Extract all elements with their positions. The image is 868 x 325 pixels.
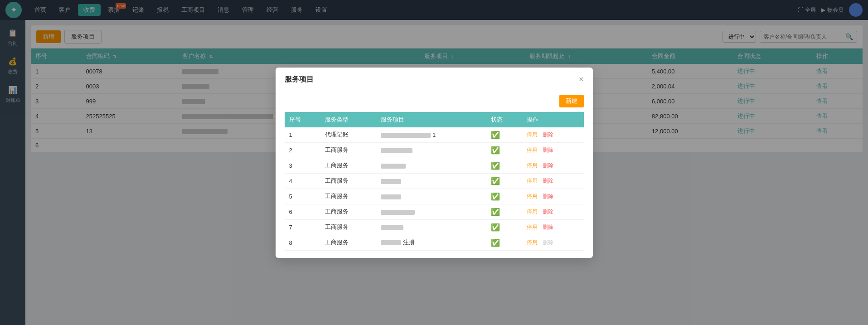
modal-cell-action: 停用 删除 xyxy=(522,235,584,250)
modal-table-row: 5 工商服务 ✅ 停用 删除 xyxy=(285,189,584,204)
modal-col-action: 操作 xyxy=(522,112,584,127)
modal-cell-type: 工商服务 xyxy=(320,189,377,204)
modal-cell-status: ✅ xyxy=(486,127,522,143)
modal-cell-type: 工商服务 xyxy=(320,204,377,219)
modal-overlay[interactable]: 服务项目 × 新建 序号 服务类型 服务项目 状态 操作 xyxy=(0,0,868,325)
modal-header: 服务项目 × xyxy=(276,68,593,90)
modal-cell-type: 工商服务 xyxy=(320,219,377,235)
delete-button[interactable]: 删除 xyxy=(543,223,553,231)
modal-cell-seq: 2 xyxy=(285,142,320,158)
modal-table-row: 2 工商服务 ✅ 停用 删除 xyxy=(285,142,584,158)
modal-cell-item xyxy=(376,204,486,219)
modal-table-row: 4 工商服务 ✅ 停用 删除 xyxy=(285,173,584,189)
modal-cell-seq: 5 xyxy=(285,189,320,204)
modal-new-button[interactable]: 新建 xyxy=(559,95,584,107)
modal-cell-action: 停用 删除 xyxy=(522,142,584,158)
modal-cell-seq: 8 xyxy=(285,235,320,250)
modal-table-row: 1 代理记账 1 ✅ 停用 删除 xyxy=(285,127,584,143)
modal-cell-action: 停用 删除 xyxy=(522,158,584,173)
status-check-icon: ✅ xyxy=(491,239,500,247)
modal-table-body: 1 代理记账 1 ✅ 停用 删除 2 工商服务 xyxy=(285,127,584,251)
modal-cell-item xyxy=(376,189,486,204)
modal-cell-status: ✅ xyxy=(486,142,522,158)
delete-button[interactable]: 删除 xyxy=(543,146,553,154)
modal-cell-seq: 3 xyxy=(285,158,320,173)
modal-cell-status: ✅ xyxy=(486,219,522,235)
modal-cell-action: 停用 删除 xyxy=(522,173,584,189)
stop-button[interactable]: 停用 xyxy=(527,146,538,154)
modal-cell-status: ✅ xyxy=(486,173,522,189)
service-items-modal: 服务项目 × 新建 序号 服务类型 服务项目 状态 操作 xyxy=(276,68,593,258)
delete-button[interactable]: 删除 xyxy=(543,193,553,200)
status-check-icon: ✅ xyxy=(491,208,500,216)
stop-button[interactable]: 停用 xyxy=(527,239,538,247)
modal-cell-action: 停用 删除 xyxy=(522,204,584,219)
stop-button[interactable]: 停用 xyxy=(527,193,538,200)
status-check-icon: ✅ xyxy=(491,177,500,185)
modal-cell-seq: 6 xyxy=(285,204,320,219)
status-check-icon: ✅ xyxy=(491,223,500,231)
modal-cell-item: 注册 xyxy=(376,235,486,250)
modal-cell-action: 停用 删除 xyxy=(522,219,584,235)
status-check-icon: ✅ xyxy=(491,162,500,170)
modal-col-type: 服务类型 xyxy=(320,112,377,127)
modal-cell-item: 1 xyxy=(376,127,486,143)
modal-table-row: 6 工商服务 ✅ 停用 删除 xyxy=(285,204,584,219)
stop-button[interactable]: 停用 xyxy=(527,162,538,170)
modal-cell-action: 停用 删除 xyxy=(522,127,584,143)
modal-cell-status: ✅ xyxy=(486,158,522,173)
modal-table-header: 序号 服务类型 服务项目 状态 操作 xyxy=(285,112,584,127)
modal-body: 序号 服务类型 服务项目 状态 操作 1 代理记账 1 ✅ 停用 xyxy=(276,112,593,258)
modal-cell-action: 停用 删除 xyxy=(522,189,584,204)
delete-button[interactable]: 删除 xyxy=(543,131,553,139)
delete-button[interactable]: 删除 xyxy=(543,177,553,185)
modal-cell-type: 代理记账 xyxy=(320,127,377,143)
modal-cell-type: 工商服务 xyxy=(320,142,377,158)
stop-button[interactable]: 停用 xyxy=(527,177,538,185)
modal-table-row: 3 工商服务 ✅ 停用 删除 xyxy=(285,158,584,173)
status-check-icon: ✅ xyxy=(491,193,500,200)
stop-button[interactable]: 停用 xyxy=(527,131,538,139)
modal-table-row: 8 工商服务 注册 ✅ 停用 删除 xyxy=(285,235,584,250)
status-check-icon: ✅ xyxy=(491,146,500,154)
modal-toolbar: 新建 xyxy=(276,90,593,112)
modal-cell-type: 工商服务 xyxy=(320,235,377,250)
status-check-icon: ✅ xyxy=(491,131,500,139)
modal-cell-item xyxy=(376,173,486,189)
stop-button[interactable]: 停用 xyxy=(527,208,538,216)
delete-button[interactable]: 删除 xyxy=(543,239,553,247)
modal-cell-item xyxy=(376,142,486,158)
modal-cell-seq: 1 xyxy=(285,127,320,143)
delete-button[interactable]: 删除 xyxy=(543,162,553,170)
delete-button[interactable]: 删除 xyxy=(543,208,553,216)
modal-cell-status: ✅ xyxy=(486,204,522,219)
modal-cell-item xyxy=(376,158,486,173)
modal-cell-item xyxy=(376,219,486,235)
modal-cell-status: ✅ xyxy=(486,189,522,204)
modal-cell-seq: 4 xyxy=(285,173,320,189)
modal-cell-type: 工商服务 xyxy=(320,158,377,173)
modal-cell-type: 工商服务 xyxy=(320,173,377,189)
modal-col-item: 服务项目 xyxy=(376,112,486,127)
modal-title: 服务项目 xyxy=(285,75,314,84)
modal-col-seq: 序号 xyxy=(285,112,320,127)
stop-button[interactable]: 停用 xyxy=(527,223,538,231)
modal-table-row: 7 工商服务 ✅ 停用 删除 xyxy=(285,219,584,235)
modal-col-status: 状态 xyxy=(486,112,522,127)
modal-close-button[interactable]: × xyxy=(579,75,584,83)
modal-cell-status: ✅ xyxy=(486,235,522,250)
modal-cell-seq: 7 xyxy=(285,219,320,235)
service-items-table: 序号 服务类型 服务项目 状态 操作 1 代理记账 1 ✅ 停用 xyxy=(285,112,584,251)
